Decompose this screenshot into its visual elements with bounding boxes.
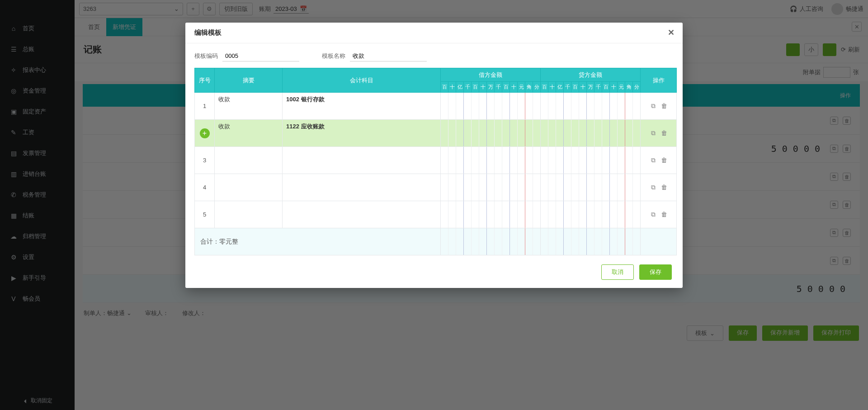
th-credit: 贷方金额 — [541, 68, 641, 82]
op-cell: ⧉🗑 — [641, 174, 677, 201]
close-icon[interactable]: ✕ — [665, 27, 676, 38]
add-row-button[interactable]: + — [200, 128, 210, 138]
seq-cell: + — [195, 120, 215, 147]
template-table: 序号 摘要 会计科目 借方金额 贷方金额 操作 百十亿千百十万千百十元角分百十亿… — [194, 68, 677, 255]
op-cell: ⧉🗑 — [641, 201, 677, 228]
digit-header: 万 — [487, 82, 495, 93]
digit-header: 十 — [479, 82, 487, 93]
digit-header: 十 — [579, 82, 587, 93]
digit-header: 千 — [495, 82, 502, 93]
delete-icon[interactable]: 🗑 — [660, 183, 668, 191]
digit-header: 角 — [525, 82, 533, 93]
delete-icon[interactable]: 🗑 — [660, 156, 668, 164]
debit-cell[interactable] — [441, 174, 541, 201]
subject-cell[interactable]: 1122 应收账款 — [283, 120, 441, 147]
digit-header: 分 — [533, 82, 541, 93]
subject-cell[interactable] — [283, 174, 441, 201]
total-op — [641, 228, 677, 255]
digit-header: 十 — [510, 82, 518, 93]
digit-header: 十 — [548, 82, 556, 93]
template-row[interactable]: 3⧉🗑 — [195, 147, 677, 174]
credit-cell[interactable] — [541, 174, 641, 201]
seq-cell: 1 — [195, 93, 215, 120]
th-seq: 序号 — [195, 68, 215, 93]
credit-cell[interactable] — [541, 201, 641, 228]
copy-icon[interactable]: ⧉ — [649, 102, 657, 110]
template-row[interactable]: +收款1122 应收账款⧉🗑 — [195, 120, 677, 147]
digit-header: 分 — [633, 82, 641, 93]
delete-icon[interactable]: 🗑 — [660, 102, 668, 110]
credit-cell[interactable] — [541, 120, 641, 147]
template-code-label: 模板编码 — [194, 52, 218, 60]
digit-header: 百 — [441, 82, 448, 93]
debit-cell[interactable] — [441, 93, 541, 120]
th-subject: 会计科目 — [283, 68, 441, 93]
copy-icon[interactable]: ⧉ — [649, 129, 657, 137]
modal-header: 编辑模板 ✕ — [185, 23, 683, 43]
modal-footer: 取消 保存 — [185, 258, 683, 288]
seq-cell: 5 — [195, 201, 215, 228]
debit-cell[interactable] — [441, 120, 541, 147]
modal-title: 编辑模板 — [194, 28, 222, 37]
copy-icon[interactable]: ⧉ — [649, 156, 657, 165]
digit-header: 百 — [571, 82, 579, 93]
template-row[interactable]: 4⧉🗑 — [195, 174, 677, 201]
template-name-input[interactable] — [350, 51, 427, 61]
op-cell: ⧉🗑 — [641, 93, 677, 120]
summary-cell[interactable]: 收款 — [215, 120, 283, 147]
debit-cell[interactable] — [441, 147, 541, 174]
digit-header: 十 — [448, 82, 456, 93]
debit-cell[interactable] — [441, 201, 541, 228]
template-code-input[interactable] — [222, 51, 299, 61]
digit-header: 角 — [625, 82, 633, 93]
subject-cell[interactable] — [283, 147, 441, 174]
digit-header: 千 — [564, 82, 571, 93]
seq-cell: 4 — [195, 174, 215, 201]
th-op: 操作 — [641, 68, 677, 93]
copy-icon[interactable]: ⧉ — [649, 184, 657, 192]
th-debit: 借方金额 — [441, 68, 541, 82]
cancel-button[interactable]: 取消 — [601, 264, 634, 280]
digit-header: 亿 — [456, 82, 464, 93]
op-cell: ⧉🗑 — [641, 147, 677, 174]
template-row[interactable]: 1收款1002 银行存款⧉🗑 — [195, 93, 677, 120]
subject-cell[interactable]: 1002 银行存款 — [283, 93, 441, 120]
digit-header: 百 — [472, 82, 479, 93]
summary-cell[interactable] — [215, 147, 283, 174]
delete-icon[interactable]: 🗑 — [660, 129, 668, 137]
digit-header: 千 — [594, 82, 602, 93]
edit-template-modal: 编辑模板 ✕ 模板编码 模板名称 序号 摘要 会计 — [185, 23, 683, 288]
digit-header: 千 — [464, 82, 472, 93]
seq-cell: 3 — [195, 147, 215, 174]
summary-cell[interactable] — [215, 201, 283, 228]
total-label: 合计：零元整 — [195, 228, 441, 255]
th-summary: 摘要 — [215, 68, 283, 93]
digit-header: 十 — [610, 82, 618, 93]
subject-cell[interactable] — [283, 201, 441, 228]
template-form: 模板编码 模板名称 — [194, 51, 674, 61]
credit-cell[interactable] — [541, 93, 641, 120]
credit-cell[interactable] — [541, 147, 641, 174]
op-cell: ⧉🗑 — [641, 120, 677, 147]
digit-header: 元 — [618, 82, 625, 93]
template-row[interactable]: 5⧉🗑 — [195, 201, 677, 228]
save-button[interactable]: 保存 — [639, 264, 672, 280]
digit-header: 万 — [587, 82, 594, 93]
digit-header: 百 — [502, 82, 510, 93]
template-name-label: 模板名称 — [322, 52, 345, 60]
summary-cell[interactable] — [215, 174, 283, 201]
summary-cell[interactable]: 收款 — [215, 93, 283, 120]
digit-header: 亿 — [556, 82, 564, 93]
delete-icon[interactable]: 🗑 — [660, 210, 668, 218]
digit-header: 元 — [518, 82, 525, 93]
digit-header: 百 — [541, 82, 548, 93]
copy-icon[interactable]: ⧉ — [649, 211, 657, 219]
digit-header: 百 — [602, 82, 610, 93]
